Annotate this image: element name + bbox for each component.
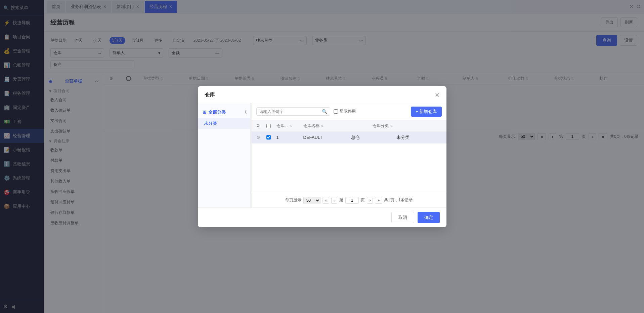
category-grid-icon: ⊞: [203, 110, 206, 115]
dialog-title: 仓库: [205, 92, 215, 98]
header-check-all[interactable]: [266, 124, 276, 128]
col-category-label: 仓库分类: [373, 123, 389, 129]
dialog-first-page[interactable]: «: [323, 197, 330, 204]
col-id-sort[interactable]: ⇅: [289, 124, 292, 128]
dialog-page-label: 第: [339, 197, 343, 203]
dialog-last-page[interactable]: »: [375, 197, 382, 204]
dialog-prev-page[interactable]: ‹: [331, 197, 337, 204]
dialog-left-scrollbar[interactable]: [250, 103, 251, 207]
header-gear[interactable]: ⚙: [256, 123, 266, 128]
dialog-per-page-label: 每页显示: [285, 197, 301, 203]
header-id: 仓库... ⇅: [276, 123, 303, 129]
dialog-left-collapse-icon[interactable]: 《: [243, 109, 247, 115]
dialog-footer-actions: 取消 确定: [198, 207, 446, 227]
row-check[interactable]: [266, 135, 276, 140]
dialog-header: 仓库 ✕: [198, 86, 446, 103]
dialog-category-panel: ⊞ 全部分类 《 未分类: [198, 103, 252, 207]
row-id: 1: [276, 135, 303, 140]
dialog-body: ⊞ 全部分类 《 未分类 🔍: [198, 103, 446, 207]
dialog-search-icon: 🔍: [322, 109, 327, 114]
show-disabled-checkbox[interactable]: [334, 109, 338, 114]
uncategorized-label: 未分类: [204, 121, 217, 126]
dialog-page-unit: 页: [361, 197, 365, 203]
dialog-all-categories[interactable]: ⊞ 全部分类 《: [198, 107, 251, 118]
col-name-sort[interactable]: ⇅: [321, 124, 324, 128]
header-name: 仓库名称 ⇅: [303, 123, 373, 129]
col-category-sort[interactable]: ⇅: [390, 124, 393, 128]
show-disabled-text: 显示停用: [340, 109, 356, 114]
warehouse-dialog: 仓库 ✕ ⊞ 全部分类 《 未分类: [198, 86, 446, 227]
dialog-page-input[interactable]: [345, 197, 359, 204]
dialog-search-input[interactable]: [259, 109, 320, 114]
dialog-table-footer: 每页显示 50 100 « ‹ 第 页 › » 共1页，1条记录: [252, 193, 446, 207]
dialog-toolbar: 🔍 显示停用 + 新增仓库: [252, 103, 446, 120]
add-warehouse-button[interactable]: + 新增仓库: [411, 107, 441, 117]
row-fullname: 总仓: [351, 134, 396, 141]
dialog-check-all[interactable]: [266, 124, 271, 128]
dialog-table-header: ⚙ 仓库... ⇅ 仓库名称 ⇅ 仓库分类 ⇅: [252, 120, 446, 132]
show-disabled-label[interactable]: 显示停用: [334, 109, 356, 114]
row-gear[interactable]: ⚙: [256, 135, 266, 140]
dialog-per-page-select[interactable]: 50 100: [303, 197, 320, 204]
row-checkbox[interactable]: [266, 135, 271, 140]
dialog-right-panel: 🔍 显示停用 + 新增仓库 ⚙ 仓库... ⇅: [252, 103, 446, 207]
dialog-table-body: ⚙ 1 DEFAULT 总仓 未分类: [252, 132, 446, 193]
row-category: 未分类: [396, 134, 442, 141]
row-name: DEFAULT: [303, 135, 351, 140]
all-categories-label: 全部分类: [208, 109, 226, 115]
dialog-total: 共1页，1条记录: [384, 197, 413, 203]
dialog-close-button[interactable]: ✕: [435, 91, 440, 99]
dialog-next-page[interactable]: ›: [367, 197, 373, 204]
dialog-search-box: 🔍: [256, 107, 330, 116]
dialog-overlay: 仓库 ✕ ⊞ 全部分类 《 未分类: [0, 0, 644, 313]
header-category: 仓库分类 ⇅: [373, 123, 442, 129]
dialog-category-uncategorized[interactable]: 未分类: [198, 118, 251, 129]
table-row[interactable]: ⚙ 1 DEFAULT 总仓 未分类: [252, 132, 446, 144]
cancel-button[interactable]: 取消: [391, 212, 414, 223]
col-name-label: 仓库名称: [303, 123, 319, 129]
col-id-label: 仓库...: [276, 123, 288, 129]
confirm-button[interactable]: 确定: [418, 212, 440, 223]
